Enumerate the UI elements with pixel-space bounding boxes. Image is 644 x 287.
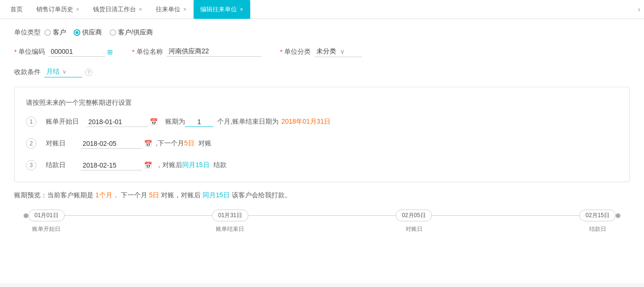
tab-cash-work[interactable]: 钱货日清工作台 × [86,0,149,19]
payment-label: 收款条件 [14,68,41,76]
chevron-down-icon: ∨ [340,48,345,55]
unit-class-group: * 单位分类 未分类 ∨ [280,46,362,57]
timeline-wrapper: 01月01日 账单开始日 01月31日 账单结束日 02月05日 对账日 02月… [14,210,630,233]
close-icon[interactable]: × [139,6,142,13]
tab-home[interactable]: 首页 [4,0,30,19]
timeline-badge-3: 02月05日 [396,210,432,221]
timeline-start-dot [24,213,28,218]
unit-info-row: * 单位编码 ⊞ * 单位名称 * 单位分类 未分类 ∨ [14,46,630,57]
step-row-2: 2 对账日 📅 ,下一个月 5日 对账 [26,138,618,149]
unit-class-value: 未分类 [316,47,336,56]
tab-sales-history[interactable]: 销售订单历史 × [30,0,86,19]
section-title: 请按照未来的一个完整帐期进行设置 [26,99,618,107]
step-desc-3-suf: 结款 [213,161,227,169]
step-desc-3-pre: ，对账后 [156,161,182,169]
radio-group-unit-type: 客户 供应商 客户/供应商 [44,28,153,37]
timeline-points: 01月01日 账单开始日 01月31日 账单结束日 02月05日 对账日 02月… [28,210,616,233]
scroll-right-icon[interactable]: › [638,5,640,14]
step-num-1: 1 [26,117,36,127]
unit-type-label: 单位类型 [14,28,41,37]
step-period-prefix: 账期为 [165,118,185,126]
timeline-label-2: 账单结束日 [216,225,244,233]
preview-prefix: 账期预览：当前客户账期是 [14,191,93,199]
help-icon[interactable]: ? [85,68,93,76]
unit-name-input[interactable] [167,47,261,57]
timeline-label-4: 结款日 [589,225,606,233]
radio-label-customer: 客户 [53,28,66,37]
timeline-row: 01月01日 账单开始日 01月31日 账单结束日 02月05日 对账日 02月… [24,210,620,233]
step-desc-2-pre: ,下一个月 [156,139,184,148]
preview-mid1: 下一个月 [121,191,147,199]
unit-code-label: 单位编码 [18,48,45,56]
radio-circle-customer [44,29,51,36]
timeline-end-dot [616,213,620,218]
preview-text: 账期预览：当前客户账期是 1个月， 下一个月 5日 对账，对账后 同月15日 该… [14,190,630,200]
radio-both[interactable]: 客户/供应商 [110,28,153,37]
step-period-suffix: 个月,账单结束日期为 [217,118,279,126]
radio-circle-both [110,29,116,36]
unit-class-select[interactable]: 未分类 ∨ [314,46,362,57]
timeline-label-3: 对账日 [406,225,423,233]
timeline-label-1: 账单开始日 [32,225,60,233]
required-star: * [14,48,17,56]
radio-customer[interactable]: 客户 [44,28,66,37]
step-end-date: 2018年01月31日 [281,118,330,126]
preview-mid2: 对账，对账后 [161,191,203,199]
timeline-point-2: 01月31日 账单结束日 [212,210,248,233]
timeline-badge-2: 01月31日 [212,210,248,221]
section-box: 请按照未来的一个完整帐期进行设置 1 账单开始日 📅 账期为 个月,账单结束日期… [14,87,630,182]
required-star: * [132,48,134,56]
timeline-line [33,215,611,216]
tab-partner[interactable]: 往来单位 × [149,0,194,19]
radio-label-both: 客户/供应商 [118,28,153,37]
calendar-icon-2[interactable]: 📅 [144,140,152,147]
unit-name-label: 单位名称 [136,48,163,56]
payment-row: 收款条件 月结 ∨ ? [14,67,630,77]
step-num-3: 3 [26,160,36,170]
main-content: 单位类型 客户 供应商 客户/供应商 * 单位编码 ⊞ * 单位名称 [0,19,644,283]
step-label-1: 账单开始日 [46,118,79,126]
preview-highlight1: 1个月， [95,191,119,199]
step-row-3: 3 结款日 📅 ，对账后 同月15日 结款 [26,160,618,170]
tab-edit-partner[interactable]: 编辑往来单位 × [194,0,250,19]
chevron-down-icon: ∨ [62,68,67,75]
step-num-2: 2 [26,138,36,149]
step-row-1: 1 账单开始日 📅 账期为 个月,账单结束日期为 2018年01月31日 [26,117,618,127]
unit-code-group: * 单位编码 ⊞ [14,47,113,57]
radio-supplier[interactable]: 供应商 [74,28,102,37]
timeline-point-4: 02月15日 结款日 [579,210,616,233]
step-date-input-2[interactable] [81,139,142,149]
step-date-input-1[interactable] [86,117,148,127]
calendar-icon-1[interactable]: 📅 [150,118,158,126]
calendar-icon-3[interactable]: 📅 [144,161,152,169]
close-icon[interactable]: × [240,6,243,13]
preview-suffix: 该客户会给我打款。 [232,191,291,199]
required-star: * [280,48,282,56]
step-label-2: 对账日 [46,139,66,148]
step-desc-2-highlight: 5日 [184,139,195,148]
step-desc-2-suf: 对账 [198,139,212,148]
close-icon[interactable]: × [76,6,79,13]
radio-circle-supplier [74,29,80,36]
step-label-3: 结款日 [46,161,66,169]
preview-highlight2: 5日 [149,191,159,199]
timeline-point-3: 02月05日 对账日 [396,210,432,233]
payment-value: 月结 [46,68,59,76]
step-period-input[interactable] [185,117,213,127]
tab-bar: 首页 销售订单历史 × 钱货日清工作台 × 往来单位 × 编辑往来单位 × › [0,0,644,19]
preview-highlight3: 同月15日 [203,191,230,199]
timeline-badge-1: 01月01日 [28,210,65,221]
copy-icon[interactable]: ⊞ [107,48,113,56]
timeline-badge-4: 02月15日 [579,210,616,221]
step-desc-3-highlight: 同月15日 [182,161,210,169]
unit-code-input[interactable] [49,47,105,57]
payment-select[interactable]: 月结 ∨ [44,67,82,77]
unit-class-label: 单位分类 [284,48,311,56]
unit-type-row: 单位类型 客户 供应商 客户/供应商 [14,28,630,37]
step-date-input-3[interactable] [81,160,142,170]
unit-name-group: * 单位名称 [132,47,261,57]
timeline-point-1: 01月01日 账单开始日 [28,210,65,233]
radio-label-supplier: 供应商 [82,28,102,37]
close-icon[interactable]: × [183,6,186,13]
